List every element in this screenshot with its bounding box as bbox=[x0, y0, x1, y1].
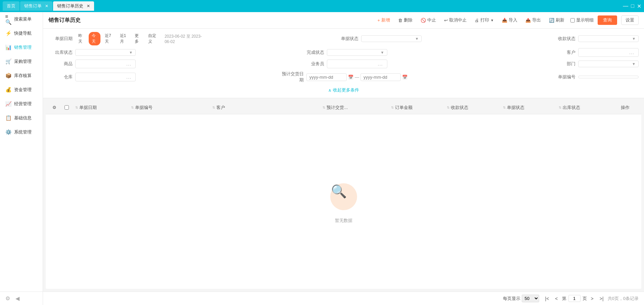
cancel-stop-button[interactable]: ↩ 取消中止 bbox=[442, 16, 469, 25]
col-date[interactable]: ⇅ 单据日期 bbox=[73, 105, 128, 111]
filter-row-3: 商品 … 业务员 … 部门 ▼ bbox=[48, 60, 639, 68]
sidebar-item-purchase-mgmt[interactable]: 🛒 采购管理 bbox=[0, 54, 43, 69]
close-button[interactable]: ✕ bbox=[637, 3, 641, 9]
export-button[interactable]: 📤 导出 bbox=[523, 16, 543, 25]
customer-dots-icon[interactable]: … bbox=[628, 49, 636, 55]
operations-icon: 📈 bbox=[5, 101, 11, 107]
sidebar-collapse-icon[interactable]: ◀ bbox=[15, 295, 19, 302]
date-chip-7days[interactable]: 近7天 bbox=[102, 32, 115, 45]
show-detail-checkbox[interactable]: 显示明细 bbox=[570, 17, 594, 23]
out-status-select[interactable]: ▼ bbox=[75, 49, 136, 56]
import-button[interactable]: 📥 导入 bbox=[500, 16, 519, 25]
sidebar-item-sys-admin[interactable]: ⚙️ 系统管理 bbox=[0, 125, 43, 139]
tab-sales-order-history[interactable]: 销售订单历史 ✕ bbox=[53, 1, 94, 11]
delivery-date-to[interactable] bbox=[360, 73, 401, 81]
cal-to-icon[interactable]: 📅 bbox=[402, 75, 407, 80]
page-header: 销售订单历史 + 新增 🗑 删除 🚫 中止 ↩ 取消中止 bbox=[43, 12, 644, 29]
print-button[interactable]: 🖨 打印 ▼ bbox=[473, 16, 496, 25]
refresh-button[interactable]: 🔄 刷新 bbox=[547, 16, 566, 25]
salesperson-field[interactable]: … bbox=[327, 60, 387, 68]
sort-out-status-icon: ⇅ bbox=[559, 106, 561, 109]
sidebar-item-search-menu[interactable]: ≡🔍 搜索菜单 bbox=[0, 12, 43, 26]
col-checkbox[interactable] bbox=[60, 105, 73, 110]
maximize-button[interactable]: □ bbox=[631, 3, 634, 9]
page-label: 第 bbox=[562, 296, 566, 302]
col-action: 操作 bbox=[612, 105, 639, 111]
col-customer[interactable]: ⇅ 客户 bbox=[210, 105, 320, 111]
col-out-status-label: 出库状态 bbox=[563, 105, 580, 111]
col-pay-status-label: 收款状态 bbox=[451, 105, 468, 111]
complete-status-select[interactable]: ▼ bbox=[327, 49, 387, 56]
page-number-input[interactable] bbox=[568, 295, 581, 302]
sidebar-bottom: ⚙ ◀ bbox=[0, 292, 43, 305]
goods-dots-icon[interactable]: … bbox=[125, 61, 133, 67]
export-label: 导出 bbox=[532, 17, 541, 23]
warehouse-dots-icon[interactable]: … bbox=[125, 74, 133, 80]
date-chip-more[interactable]: 更多 bbox=[132, 32, 144, 45]
sort-customer-icon: ⇅ bbox=[212, 106, 215, 109]
new-button[interactable]: + 新增 bbox=[376, 16, 392, 25]
tab-sales-order-label: 销售订单 bbox=[24, 3, 42, 9]
quick-nav-icon: ⚡ bbox=[5, 30, 11, 36]
delete-button[interactable]: 🗑 删除 bbox=[396, 16, 415, 25]
customer-label: 客户 bbox=[551, 49, 578, 55]
delivery-date-from[interactable] bbox=[306, 73, 347, 81]
sidebar-item-basic-info[interactable]: 📋 基础信息 bbox=[0, 111, 43, 125]
per-page-select[interactable]: 10 20 50 100 bbox=[522, 295, 539, 302]
date-range-text: 2023-06-02 至 2023-06-02 bbox=[165, 34, 205, 44]
settings-button[interactable]: 设置 bbox=[621, 15, 639, 25]
order-no-field[interactable] bbox=[578, 76, 639, 78]
col-settings[interactable]: ⚙ bbox=[48, 105, 60, 110]
tab-sales-order-close[interactable]: ✕ bbox=[45, 4, 48, 8]
col-amount[interactable]: ⇅ 订单金额 bbox=[388, 105, 444, 111]
sort-date-icon: ⇅ bbox=[75, 106, 78, 109]
warehouse-field[interactable]: … bbox=[75, 73, 136, 81]
query-button[interactable]: 查询 bbox=[598, 15, 617, 25]
customer-field[interactable]: … bbox=[578, 48, 639, 57]
col-order-status[interactable]: ⇅ 单据状态 bbox=[500, 105, 556, 111]
show-detail-label: 显示明细 bbox=[576, 17, 594, 23]
date-chip-custom[interactable]: 自定义 bbox=[145, 32, 160, 45]
print-dropdown-icon: ▼ bbox=[490, 18, 494, 22]
stop-button[interactable]: 🚫 中止 bbox=[419, 16, 438, 25]
col-pay-status[interactable]: ⇅ 收款状态 bbox=[444, 105, 500, 111]
sidebar-item-quick-nav[interactable]: ⚡ 快捷导航 bbox=[0, 26, 43, 40]
prev-page-button[interactable]: < bbox=[553, 295, 560, 302]
toolbar: + 新增 🗑 删除 🚫 中止 ↩ 取消中止 🖨 打印 bbox=[376, 15, 639, 25]
col-out-status[interactable]: ⇅ 出库状态 bbox=[556, 105, 612, 111]
per-page-label: 每页显示 bbox=[503, 296, 520, 302]
order-status-select[interactable]: ▼ bbox=[361, 35, 422, 42]
salesperson-dots-icon[interactable]: … bbox=[376, 61, 384, 67]
table-settings-icon[interactable]: ⚙ bbox=[52, 105, 56, 110]
goods-field[interactable]: … bbox=[75, 60, 136, 68]
filter-row-2: 出库状态 ▼ 完成状态 ▼ 客户 … bbox=[48, 48, 639, 57]
date-chips: 昨天 今天 近7天 近1月 更多 自定义 bbox=[75, 32, 160, 45]
next-page-button[interactable]: > bbox=[589, 295, 596, 302]
date-chip-today[interactable]: 今天 bbox=[89, 32, 101, 45]
select-all-checkbox[interactable] bbox=[65, 105, 69, 110]
col-num[interactable]: ⇅ 单据编号 bbox=[128, 105, 209, 111]
date-chip-yesterday[interactable]: 昨天 bbox=[75, 32, 87, 45]
show-detail-input[interactable] bbox=[570, 18, 575, 23]
tab-sales-order[interactable]: 销售订单 ✕ bbox=[20, 1, 52, 11]
tab-home[interactable]: 首页 bbox=[3, 1, 19, 11]
sort-amount-icon: ⇅ bbox=[391, 106, 394, 109]
department-select[interactable]: ▼ bbox=[578, 61, 639, 67]
sidebar-item-sales-mgmt[interactable]: 📊 销售管理 bbox=[0, 40, 43, 54]
minimize-button[interactable]: — bbox=[623, 3, 628, 9]
date-chip-1month[interactable]: 近1月 bbox=[117, 32, 130, 45]
tab-sales-order-history-close[interactable]: ✕ bbox=[87, 4, 90, 8]
new-icon: + bbox=[378, 18, 380, 23]
last-page-button[interactable]: >| bbox=[598, 295, 606, 302]
sidebar-item-inventory[interactable]: 📦 库存核算 bbox=[0, 69, 43, 83]
collapse-link[interactable]: ∧ 收起更多条件 bbox=[48, 86, 639, 94]
filter-row-1: 单据日期 昨天 今天 近7天 近1月 更多 自定义 2023-06-02 至 2… bbox=[48, 32, 639, 45]
first-page-button[interactable]: |< bbox=[543, 295, 551, 302]
sidebar-settings-icon[interactable]: ⚙ bbox=[5, 295, 10, 302]
payment-status-select[interactable]: ▼ bbox=[578, 35, 639, 42]
sidebar-item-sys-admin-label: 系统管理 bbox=[14, 129, 32, 135]
sidebar-item-finance[interactable]: 💰 资金管理 bbox=[0, 83, 43, 97]
sidebar-item-operations[interactable]: 📈 经营管理 bbox=[0, 97, 43, 111]
cal-from-icon[interactable]: 📅 bbox=[348, 75, 353, 80]
col-delivery[interactable]: ⇅ 预计交货... bbox=[320, 105, 388, 111]
